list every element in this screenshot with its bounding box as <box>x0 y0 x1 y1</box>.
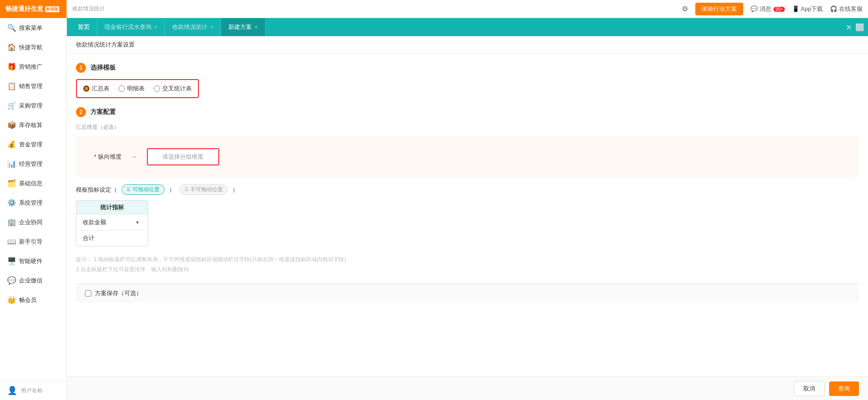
sidebar-label-corp: 企业协同 <box>19 218 42 226</box>
indicator-label-text: 模板指标设定（ <box>76 186 117 194</box>
indicator-separator: ） <box>169 186 175 194</box>
sidebar-label-quicknav: 快捷导航 <box>19 43 42 52</box>
indicator-section: 模板指标设定（ ⠿ 可拖动位置 ） ⠿ 不可拖动位置 ） <box>76 184 859 248</box>
support-link[interactable]: 🎧 在线客服 <box>830 5 863 13</box>
tab-stat[interactable]: 收款情况统计 × <box>165 18 221 36</box>
query-button[interactable]: 查询 <box>829 381 859 396</box>
notification-label: 消息 <box>760 5 771 12</box>
support-label: 在线客服 <box>839 5 863 12</box>
tab-close-stat[interactable]: × <box>210 24 213 30</box>
bottom-footer: 取消 查询 <box>67 376 868 400</box>
hints-area: 提示： 1.拖动标题栏可以调整布局，不可跨维度或指标区域拖动栏目字段(只能在同一… <box>76 255 859 274</box>
sidebar-item-hardware[interactable]: 🖥️智能硬件 <box>0 251 66 271</box>
support-icon: 🎧 <box>830 5 837 12</box>
radio-detail[interactable]: 明细表 <box>118 85 145 93</box>
inventory-icon: 📦 <box>7 121 15 129</box>
basicinfo-icon: 🗂️ <box>7 179 15 188</box>
sidebar-item-marketing[interactable]: 🎁营销推广 <box>0 57 66 76</box>
download-link[interactable]: 📱 App下载 <box>792 5 823 13</box>
sidebar-label-sales: 销售管理 <box>19 82 42 90</box>
sidebar-item-sales[interactable]: 📋销售管理 <box>0 76 66 96</box>
logo-text: 畅捷通好生意 <box>5 5 43 13</box>
hardware-icon: 🖥️ <box>7 257 15 265</box>
step1-section: 1 选择模板 汇总表 明细表 交叉统计表 <box>76 63 859 98</box>
stat-row-label: 收款金额 <box>83 218 106 226</box>
dim-config: 汇总维度（必选） * 纵向维度 → 请选择分组维度 <box>76 123 859 177</box>
member-icon: 👑 <box>7 296 15 304</box>
system-icon: ⚙️ <box>7 198 15 207</box>
sidebar-label-wechat: 企业微信 <box>19 277 42 285</box>
bracket-close: ） <box>232 186 238 194</box>
sidebar-label-finance: 资金管理 <box>19 141 42 149</box>
sidebar-item-purchase[interactable]: 🛒采购管理 <box>0 96 66 115</box>
stat-table: 统计指标 收款金额 ▾ 合计 <box>76 200 148 246</box>
gear-icon[interactable]: ⚙ <box>682 5 688 13</box>
page-title-text: 收款情况统计方案设置 <box>76 41 135 48</box>
tab-home[interactable]: 首页 <box>71 18 97 36</box>
radio-cross[interactable]: 交叉统计表 <box>154 85 192 93</box>
dim-section-label: 汇总维度（必选） <box>76 123 859 131</box>
tab-label-bank: 现金银行流水查询 <box>104 23 151 31</box>
download-label: App下载 <box>801 5 823 12</box>
radio-cross-input[interactable] <box>154 85 160 92</box>
tab-label-stat: 收款情况统计 <box>172 23 208 31</box>
tab-bar: 首页现金银行流水查询 ×收款情况统计 ×新建方案 × ✕ ⬜ <box>67 18 868 36</box>
cancel-button[interactable]: 取消 <box>794 381 825 396</box>
sidebar-item-operation[interactable]: 📊经营管理 <box>0 154 66 174</box>
step1-label: 选择模板 <box>90 64 116 72</box>
tab-close-newplan[interactable]: × <box>255 24 258 30</box>
step2-label: 方案配置 <box>90 108 116 116</box>
stat-table-row-sub: 合计 <box>76 230 148 246</box>
sidebar-item-inventory[interactable]: 📦库存核算 <box>0 115 66 135</box>
trial-button[interactable]: 体验行业方案 <box>695 3 743 15</box>
sidebar-item-corp[interactable]: 🏢企业协同 <box>0 212 66 232</box>
stat-title: 统计指标 <box>100 204 124 211</box>
tab-bank[interactable]: 现金银行流水查询 × <box>97 18 165 36</box>
sidebar-item-basicinfo[interactable]: 🗂️基础信息 <box>0 174 66 193</box>
notification-count: 99+ <box>774 7 785 12</box>
radio-summary-input[interactable] <box>83 85 90 92</box>
tab-newplan[interactable]: 新建方案 × <box>221 18 265 36</box>
notification-icon: 💬 <box>750 5 758 12</box>
download-icon: 📱 <box>792 5 799 12</box>
logo-badge: 标准版 <box>45 6 59 12</box>
sidebar-item-system[interactable]: ⚙️系统管理 <box>0 193 66 212</box>
drag-dot: ⠿ <box>127 187 131 193</box>
sidebar-item-search[interactable]: 🔍搜索菜单 <box>0 18 66 38</box>
draggable-badge: ⠿ 可拖动位置 <box>122 184 165 195</box>
sidebar-item-finance[interactable]: 💰资金管理 <box>0 135 66 154</box>
fixed-label: 不可拖动位置 <box>190 186 223 193</box>
step2-section: 2 方案配置 汇总维度（必选） * 纵向维度 → 请选择分组维度 <box>76 107 859 274</box>
radio-cross-label: 交叉统计表 <box>162 85 192 93</box>
sidebar-item-newbie[interactable]: 📖新手引导 <box>0 232 66 251</box>
tab-close-bank[interactable]: × <box>154 24 157 30</box>
marketing-icon: 🎁 <box>7 62 15 71</box>
save-checkbox[interactable] <box>85 290 91 296</box>
notification-area[interactable]: 💬 消息 99+ <box>750 5 785 13</box>
sidebar-label-marketing: 营销推广 <box>19 63 42 71</box>
sidebar-item-wechat[interactable]: 💬企业微信 <box>0 271 66 290</box>
radio-detail-label: 明细表 <box>127 85 145 93</box>
sidebar-item-member[interactable]: 👑畅会员 <box>0 290 66 310</box>
radio-detail-input[interactable] <box>118 85 125 92</box>
sidebar-user: 用户名称 <box>21 387 42 395</box>
template-selector: 汇总表 明细表 交叉统计表 <box>76 79 199 98</box>
stat-dropdown-button[interactable]: ▾ <box>133 218 142 226</box>
dim-select-box[interactable]: 请选择分组维度 <box>147 148 219 165</box>
save-label: 方案保存（可选） <box>95 289 142 297</box>
sidebar-label-purchase: 采购管理 <box>19 102 42 110</box>
form-area: 1 选择模板 汇总表 明细表 交叉统计表 <box>67 54 868 376</box>
stat-table-header: 统计指标 <box>76 201 148 214</box>
sales-icon: 📋 <box>7 82 15 90</box>
corp-icon: 🏢 <box>7 218 15 226</box>
save-section: 方案保存（可选） <box>76 283 859 303</box>
tab-label-newplan: 新建方案 <box>228 23 252 31</box>
sidebar-item-quicknav[interactable]: 🏠快捷导航 <box>0 38 66 57</box>
finance-icon: 💰 <box>7 140 15 149</box>
maximize-icon[interactable]: ⬜ <box>855 23 864 32</box>
radio-summary[interactable]: 汇总表 <box>83 85 109 93</box>
step1-header: 1 选择模板 <box>76 63 859 73</box>
sidebar-label-newbie: 新手引导 <box>19 238 42 246</box>
close-icon[interactable]: ✕ <box>846 23 852 32</box>
stat-row-sub: 合计 <box>83 234 94 242</box>
